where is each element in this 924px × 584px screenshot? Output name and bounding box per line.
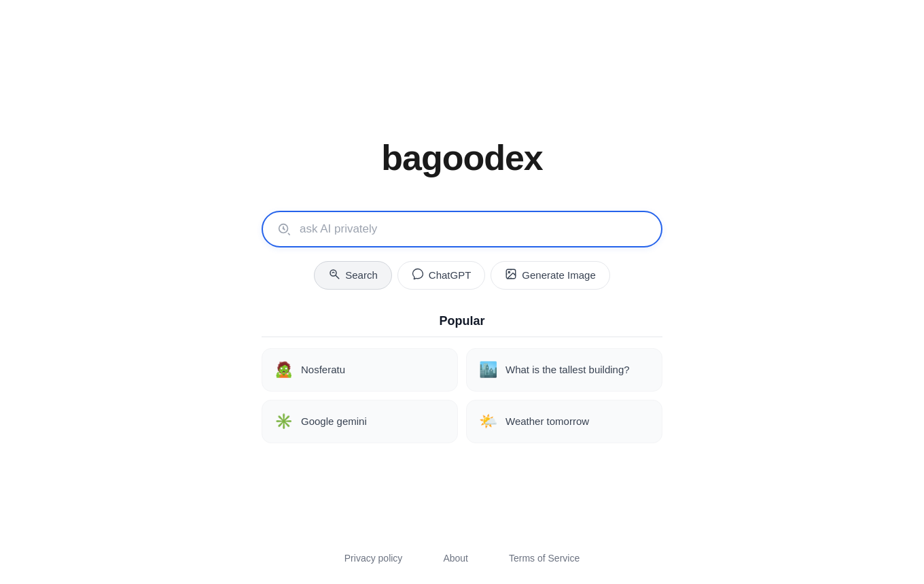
popular-card-nosferatu[interactable]: 🧟 Nosferatu <box>262 348 458 392</box>
search-box <box>262 211 662 247</box>
popular-section: Popular 🧟 Nosferatu 🏙️ What is the talle… <box>262 314 662 443</box>
nosferatu-emoji: 🧟 <box>274 362 293 377</box>
generate-image-tab-icon <box>505 268 517 283</box>
footer: Privacy policy About Terms of Service <box>344 539 580 584</box>
popular-card-tallest-building[interactable]: 🏙️ What is the tallest building? <box>466 348 662 392</box>
popular-card-weather-tomorrow[interactable]: 🌤️ Weather tomorrow <box>466 400 662 443</box>
tab-search[interactable]: Search <box>314 261 392 290</box>
app-logo: bagoodex <box>381 137 543 178</box>
nosferatu-text: Nosferatu <box>301 364 345 375</box>
weather-tomorrow-text: Weather tomorrow <box>505 415 589 427</box>
footer-terms-link[interactable]: Terms of Service <box>509 553 580 564</box>
google-gemini-emoji: ✳️ <box>274 414 293 429</box>
svg-point-5 <box>509 271 510 273</box>
tab-chatgpt-label: ChatGPT <box>429 269 472 281</box>
search-ai-icon <box>277 222 291 237</box>
weather-tomorrow-emoji: 🌤️ <box>479 414 497 429</box>
svg-point-2 <box>330 270 336 276</box>
search-container <box>262 211 662 247</box>
popular-grid: 🧟 Nosferatu 🏙️ What is the tallest build… <box>262 348 662 443</box>
search-input[interactable] <box>300 222 647 236</box>
popular-title: Popular <box>262 314 662 337</box>
search-tab-icon <box>328 268 340 283</box>
footer-about-link[interactable]: About <box>443 553 468 564</box>
main-content: bagoodex <box>0 0 924 539</box>
tab-generate-image-label: Generate Image <box>522 269 595 281</box>
footer-privacy-link[interactable]: Privacy policy <box>344 553 403 564</box>
popular-card-google-gemini[interactable]: ✳️ Google gemini <box>262 400 458 443</box>
tab-chatgpt[interactable]: ChatGPT <box>397 261 486 290</box>
tallest-building-text: What is the tallest building? <box>505 364 630 375</box>
google-gemini-text: Google gemini <box>301 415 367 427</box>
svg-line-3 <box>336 275 340 279</box>
tallest-building-emoji: 🏙️ <box>479 362 497 377</box>
tab-generate-image[interactable]: Generate Image <box>491 261 609 290</box>
chatgpt-tab-icon <box>412 268 424 283</box>
tab-search-label: Search <box>345 269 378 281</box>
tab-bar: Search ChatGPT Generate Image <box>314 261 609 290</box>
